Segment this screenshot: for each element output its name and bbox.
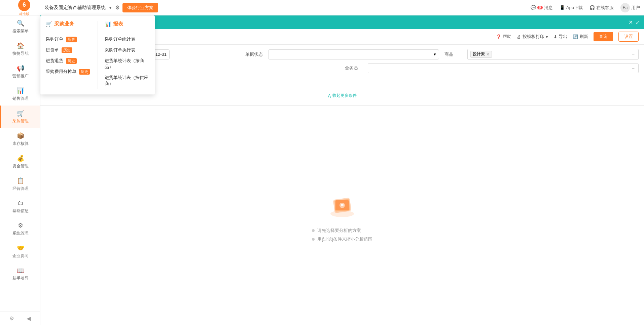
sidebar-label-marketing: 营销推广 [12, 73, 29, 79]
logo-char: 6 [23, 1, 26, 8]
svg-rect-5 [341, 204, 344, 205]
sidebar-item-finance[interactable]: 💰 资金管理 [0, 151, 40, 173]
sidebar-label-basic-info: 基础信息 [12, 208, 29, 214]
product-input[interactable]: 设计素 ✕ ··· [467, 49, 639, 60]
export-icon: ⬇ [553, 34, 557, 39]
dropdown-item-purchase-order-exec[interactable]: 采购订单执行表 [105, 45, 150, 55]
incoming-by-product-label: 进货单统计表（按商品） [105, 58, 150, 70]
message-icon: 💬 [531, 5, 536, 10]
dropdown-report-icon: 📊 [105, 21, 111, 27]
cooperation-icon: 🤝 [17, 244, 24, 252]
message-badge: 9 [537, 6, 543, 9]
dropdown-item-purchase-order[interactable]: 采购订单 历史 [46, 34, 91, 45]
title-dropdown-icon[interactable]: ▼ [108, 5, 112, 10]
logo-area: 6 标准版 [4, 0, 44, 16]
dropdown-report-col: 📊 报表 采购订单统计表 采购订单执行表 进货单统计表（按商品） 进货单统计表（… [105, 21, 150, 89]
sidebar-item-operations[interactable]: 📋 经营管理 [0, 173, 40, 196]
purchase-icon: 🛒 [17, 110, 24, 117]
sidebar-item-cooperation[interactable]: 🤝 企业协同 [0, 240, 40, 263]
online-service-label: 在线客服 [596, 5, 614, 11]
purchase-order-stat-label: 采购订单统计表 [105, 36, 135, 42]
sidebar-item-marketing[interactable]: 📢 营销推广 [0, 60, 40, 83]
logo-subtitle: 标准版 [19, 12, 29, 16]
help-btn[interactable]: ❓ 帮助 [496, 34, 511, 40]
export-label: 导出 [559, 34, 567, 40]
sidebar-item-quick-nav[interactable]: 🏠 快捷导航 [0, 38, 40, 60]
dropdown-item-cost-allocation[interactable]: 采购费用分摊单 历史 [46, 66, 91, 77]
history-badge-3: 历史 [66, 58, 77, 64]
online-service-btn[interactable]: 🎧 在线客服 [589, 5, 614, 11]
dropdown-item-purchase-order-stat[interactable]: 采购订单统计表 [105, 34, 150, 45]
incoming-label: 进货单 [46, 47, 59, 53]
sidebar-collapse-icon[interactable]: ◀ [27, 315, 31, 322]
operations-icon: 📋 [17, 177, 24, 185]
dot-1 [312, 229, 315, 232]
filter-status: 单据状态 ▾ [245, 49, 439, 59]
status-input[interactable]: ▾ [268, 49, 439, 59]
product-tag-close[interactable]: ✕ [486, 52, 490, 57]
empty-illustration [325, 189, 359, 222]
app-download-btn[interactable]: 📱 App下载 [560, 5, 583, 11]
empty-text: 请先选择要分析的方案 用[过滤]条件来缩小分析范围 [312, 228, 372, 242]
sidebar-label-search-menu: 搜索菜单 [12, 28, 29, 34]
user-btn[interactable]: Ea 用户 [620, 3, 640, 12]
salesperson-dots: ··· [632, 66, 636, 71]
help-icon: ❓ [496, 34, 501, 39]
sidebar-label-quick-nav: 快捷导航 [12, 51, 29, 56]
sidebar-label-sales: 销售管理 [12, 96, 29, 101]
dropdown-divider [98, 21, 98, 89]
sidebar-label-finance: 资金管理 [12, 163, 29, 169]
dropdown-item-incoming-by-supplier[interactable]: 进货单统计表（按供应商） [105, 72, 150, 89]
export-btn[interactable]: ⬇ 导出 [553, 34, 567, 40]
sidebar-label-inventory: 库存核算 [12, 141, 29, 147]
print-template-btn[interactable]: 🖨 按模板打印 ▾ [517, 34, 548, 40]
product-label: 商品 [444, 51, 465, 57]
settings-btn[interactable]: 设置 [618, 32, 639, 42]
header-title-area: 装备及固定资产辅助管理系统 ▼ ⚙ 体验行业方案 [44, 3, 531, 12]
message-btn[interactable]: 💬 9 消息 [531, 5, 553, 11]
finance-icon: 💰 [17, 155, 24, 162]
refresh-label: 刷新 [579, 34, 588, 40]
sidebar-item-search-menu[interactable]: 🔍 搜索菜单 [0, 15, 40, 38]
top-header: 6 标准版 装备及固定资产辅助管理系统 ▼ ⚙ 体验行业方案 💬 9 消息 📱 … [0, 0, 644, 15]
salesperson-input[interactable]: ··· [368, 63, 639, 73]
sidebar-label-system: 系统管理 [12, 231, 29, 236]
guide-icon: 📖 [17, 267, 24, 274]
dropdown-item-incoming-by-product[interactable]: 进货单统计表（按商品） [105, 55, 150, 72]
sidebar-bottom: ⚙ ◀ [0, 312, 40, 325]
dropdown-item-incoming[interactable]: 进货单 历史 [46, 45, 91, 55]
status-label: 单据状态 [245, 51, 265, 57]
refresh-btn[interactable]: 🔄 刷新 [573, 34, 588, 40]
collapse-label: 收起更多条件 [332, 93, 357, 98]
quick-nav-icon: 🏠 [17, 42, 24, 49]
sidebar-item-inventory[interactable]: 📦 库存核算 [0, 128, 40, 151]
sidebar-settings-icon[interactable]: ⚙ [9, 315, 14, 322]
sidebar-item-guide[interactable]: 📖 新手引导 [0, 263, 40, 285]
sidebar-item-purchase[interactable]: 🛒 采购管理 [0, 106, 40, 128]
tab-expand-icon[interactable]: ⤢ [636, 19, 640, 26]
status-dropdown-icon: ▾ [434, 52, 436, 57]
industry-btn[interactable]: 体验行业方案 [122, 3, 158, 12]
dropdown-item-return[interactable]: 进货退货 历史 [46, 55, 91, 66]
settings-icon[interactable]: ⚙ [115, 4, 120, 11]
dot-2 [312, 238, 315, 241]
product-more-dots: ··· [632, 52, 636, 57]
marketing-icon: 📢 [17, 65, 24, 72]
empty-line-1: 请先选择要分析的方案 [312, 228, 372, 234]
sidebar-item-system[interactable]: ⚙ 系统管理 [0, 218, 40, 240]
user-label: 用户 [631, 5, 640, 11]
print-label: 按模板打印 [523, 34, 544, 40]
app-logo: 6 [18, 0, 30, 11]
tab-close-all-icon[interactable]: ✕ [629, 19, 633, 26]
avatar: Ea [620, 3, 630, 12]
sidebar-item-basic-info[interactable]: 🗂 基础信息 [0, 196, 40, 218]
empty-line-2: 用[过滤]条件来缩小分析范围 [312, 236, 372, 242]
empty-state: 请先选择要分析的方案 用[过滤]条件来缩小分析范围 [40, 106, 644, 325]
empty-label-2: 用[过滤]条件来缩小分析范围 [317, 236, 372, 242]
purchase-dropdown-menu: 🛒 采购业务 采购订单 历史 进货单 历史 进货退货 历史 采购费用分摊单 历史… [40, 15, 155, 94]
sidebar-item-sales[interactable]: 📊 销售管理 [0, 83, 40, 106]
sales-icon: 📊 [17, 87, 24, 94]
query-btn[interactable]: 查询 [594, 32, 613, 41]
app-title: 装备及固定资产辅助管理系统 [44, 5, 106, 11]
headset-icon: 🎧 [589, 5, 595, 10]
